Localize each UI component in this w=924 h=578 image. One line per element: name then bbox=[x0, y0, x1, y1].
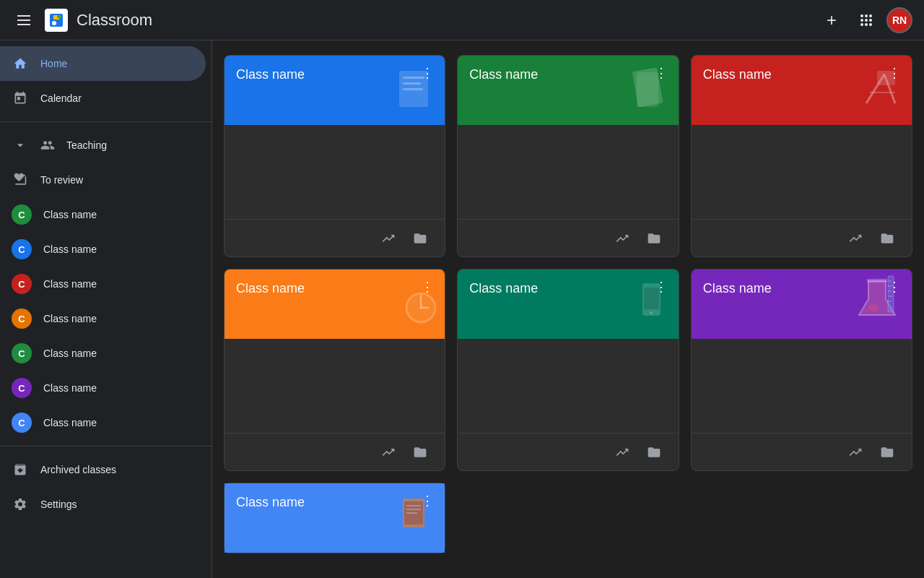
user-avatar[interactable]: RN bbox=[886, 7, 912, 33]
sidebar-item-home[interactable]: Home bbox=[0, 46, 206, 81]
svg-rect-4 bbox=[57, 15, 61, 18]
settings-label: Settings bbox=[40, 499, 77, 510]
class-label-1: Class name bbox=[43, 243, 97, 255]
sidebar-item-archived[interactable]: Archived classes bbox=[0, 452, 206, 487]
sidebar-class-3[interactable]: C Class name bbox=[0, 301, 206, 336]
card-footer-4 bbox=[458, 433, 678, 470]
svg-point-7 bbox=[869, 14, 872, 17]
class-avatar-2: C bbox=[12, 274, 32, 294]
sidebar-item-to-review[interactable]: To review bbox=[0, 163, 206, 197]
card-menu-btn-2[interactable]: ⋮ bbox=[883, 61, 906, 85]
card-header-5: Class name ⋮ bbox=[692, 269, 912, 339]
class-card-6[interactable]: Class name ⋮ bbox=[224, 483, 445, 553]
folder-btn-3[interactable] bbox=[407, 439, 433, 465]
class-label-2: Class name bbox=[43, 278, 97, 290]
class-card-1[interactable]: Class name ⋮ bbox=[457, 55, 679, 257]
sidebar-class-4[interactable]: C Class name bbox=[0, 336, 206, 371]
trending-up-btn-1[interactable] bbox=[609, 225, 635, 251]
trending-up-btn-4[interactable] bbox=[609, 439, 635, 465]
card-header-1: Class name ⋮ bbox=[458, 56, 678, 125]
class-avatar-6: C bbox=[12, 413, 32, 433]
card-footer-2 bbox=[692, 219, 912, 256]
layout: Home Calendar Teaching To review C Clas bbox=[0, 40, 924, 578]
card-title-1: Class name bbox=[469, 67, 538, 82]
class-avatar-4: C bbox=[12, 343, 32, 363]
sidebar-item-calendar[interactable]: Calendar bbox=[0, 81, 206, 116]
card-header-4: Class name ⋮ bbox=[458, 269, 678, 339]
svg-point-5 bbox=[860, 14, 863, 17]
card-title-2: Class name bbox=[703, 67, 772, 82]
topbar-left: Classroom bbox=[12, 9, 817, 32]
class-card-4[interactable]: Class name ⋮ bbox=[457, 269, 679, 471]
topbar-right: + RN bbox=[817, 6, 912, 35]
card-body-0 bbox=[225, 125, 445, 219]
svg-point-8 bbox=[860, 19, 863, 22]
svg-point-12 bbox=[865, 23, 868, 26]
card-title-0: Class name bbox=[236, 67, 305, 82]
folder-btn-2[interactable] bbox=[874, 225, 900, 251]
class-label-0: Class name bbox=[43, 209, 97, 220]
app-title: Classroom bbox=[77, 11, 152, 30]
folder-btn-1[interactable] bbox=[641, 225, 667, 251]
teaching-section-header[interactable]: Teaching bbox=[0, 128, 212, 163]
svg-rect-17 bbox=[403, 88, 423, 90]
class-label-4: Class name bbox=[43, 348, 97, 359]
sidebar-class-2[interactable]: C Class name bbox=[0, 267, 206, 301]
class-card-5[interactable]: Class name ⋮ bbox=[691, 269, 912, 471]
svg-point-6 bbox=[865, 14, 868, 17]
card-menu-btn-1[interactable]: ⋮ bbox=[650, 61, 673, 85]
main-content: Class name ⋮ bbox=[212, 40, 924, 578]
menu-icon[interactable] bbox=[12, 9, 36, 31]
archive-icon bbox=[12, 461, 29, 478]
svg-rect-16 bbox=[403, 82, 421, 85]
card-footer-0 bbox=[225, 219, 445, 256]
home-label: Home bbox=[40, 58, 67, 69]
class-grid: Class name ⋮ bbox=[224, 55, 912, 553]
folder-btn-0[interactable] bbox=[407, 225, 433, 251]
class-avatar-0: C bbox=[12, 204, 32, 225]
card-footer-3 bbox=[225, 433, 445, 470]
sidebar-class-5[interactable]: C Class name bbox=[0, 371, 206, 405]
people-icon bbox=[40, 138, 55, 152]
trending-up-btn-0[interactable] bbox=[375, 225, 401, 251]
to-review-icon bbox=[12, 171, 29, 189]
class-card-3[interactable]: Class name ⋮ bbox=[224, 269, 445, 471]
trending-up-btn-2[interactable] bbox=[842, 225, 868, 251]
card-menu-btn-4[interactable]: ⋮ bbox=[650, 275, 673, 298]
svg-point-31 bbox=[868, 304, 879, 311]
card-body-5 bbox=[692, 339, 912, 433]
card-header-0: Class name ⋮ bbox=[225, 56, 445, 125]
card-body-4 bbox=[458, 339, 678, 433]
svg-point-2 bbox=[52, 21, 56, 25]
chevron-down-icon bbox=[12, 137, 29, 154]
card-menu-btn-5[interactable]: ⋮ bbox=[883, 275, 906, 298]
card-header-6: Class name ⋮ bbox=[225, 483, 445, 553]
home-icon bbox=[12, 55, 29, 72]
card-title-5: Class name bbox=[703, 281, 772, 296]
sidebar-class-0[interactable]: C Class name bbox=[0, 197, 206, 232]
apps-icon[interactable] bbox=[852, 6, 881, 35]
topbar: Classroom + RN bbox=[0, 0, 924, 40]
calendar-label: Calendar bbox=[40, 92, 82, 104]
settings-icon bbox=[12, 496, 29, 513]
class-card-0[interactable]: Class name ⋮ bbox=[224, 55, 445, 257]
class-card-2[interactable]: Class name ⋮ bbox=[691, 55, 912, 257]
sidebar-class-1[interactable]: C Class name bbox=[0, 232, 206, 267]
sidebar-class-6[interactable]: C Class name bbox=[0, 405, 206, 440]
class-avatar-3: C bbox=[12, 309, 32, 329]
class-label-5: Class name bbox=[43, 382, 97, 394]
folder-btn-5[interactable] bbox=[874, 439, 900, 465]
svg-point-13 bbox=[869, 23, 872, 26]
sidebar-item-settings[interactable]: Settings bbox=[0, 487, 206, 522]
trending-up-btn-3[interactable] bbox=[375, 439, 401, 465]
app-logo bbox=[45, 9, 68, 32]
trending-up-btn-5[interactable] bbox=[842, 439, 868, 465]
svg-point-29 bbox=[650, 311, 653, 314]
to-review-label: To review bbox=[40, 174, 83, 186]
add-button[interactable]: + bbox=[817, 6, 846, 35]
divider-1 bbox=[0, 121, 212, 122]
folder-btn-4[interactable] bbox=[641, 439, 667, 465]
svg-point-9 bbox=[865, 19, 868, 22]
card-footer-5 bbox=[692, 433, 912, 470]
class-avatar-1: C bbox=[12, 239, 32, 259]
